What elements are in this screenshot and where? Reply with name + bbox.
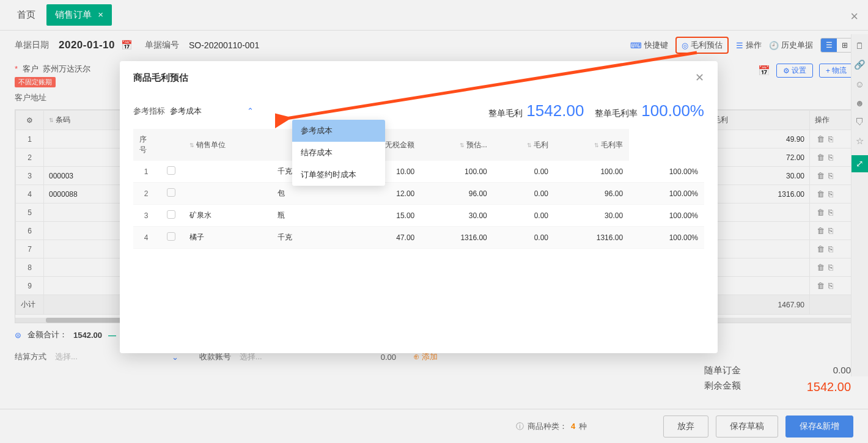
sort-icon: ⇅ (594, 142, 599, 148)
metric-label: 参考指标 (133, 106, 165, 117)
sort-icon: ⇅ (189, 142, 194, 148)
row-checkbox[interactable] (167, 188, 175, 197)
metric-option[interactable]: 结存成本 (292, 142, 385, 164)
modal-table: 序号 商品名称 ⇅销售单位 ⇅数量 ⇅无税金额 ⇅预估... ⇅毛利 ⇅毛利率 … (133, 129, 704, 249)
table-row[interactable]: 3矿泉水瓶15.0030.000.0030.00100.00% (133, 205, 704, 227)
row-checkbox[interactable] (167, 210, 175, 219)
total-rate-value: 100.00% (641, 101, 704, 120)
mcol-est[interactable]: ⇅预估... (421, 129, 493, 161)
row-checkbox[interactable] (167, 232, 175, 241)
table-row[interactable]: 4橘子千克47.001316.000.001316.00100.00% (133, 227, 704, 249)
mcol-no: 序号 (133, 129, 159, 161)
mcol-gross[interactable]: ⇅毛利 (493, 129, 554, 161)
table-row[interactable]: 1千克10.00100.000.00100.00100.00% (133, 161, 704, 183)
modal-title: 商品毛利预估 (133, 72, 188, 84)
gross-profit-modal: 商品毛利预估 ✕ 参考指标 参考成本 ⌃ 整单毛利1542.00 整单毛利率10… (120, 61, 718, 353)
total-gross-value: 1542.00 (526, 101, 584, 120)
mcol-rate[interactable]: ⇅毛利率 (554, 129, 629, 161)
mcol-unit[interactable]: ⇅销售单位 (183, 129, 271, 161)
row-checkbox[interactable] (167, 166, 175, 175)
metric-dropdown: 参考成本 结存成本 订单签约时成本 (292, 120, 385, 186)
total-gross-label: 整单毛利 (488, 108, 523, 118)
metric-option[interactable]: 参考成本 (292, 120, 385, 142)
sort-icon: ⇅ (460, 142, 465, 148)
close-icon[interactable]: ✕ (695, 71, 704, 84)
metric-select[interactable]: 参考成本 ⌃ (170, 106, 256, 117)
sort-icon: ⇅ (527, 142, 532, 148)
table-row[interactable]: 2包12.0096.000.0096.00100.00% (133, 183, 704, 205)
total-rate-label: 整单毛利率 (595, 108, 638, 118)
metric-option[interactable]: 订单签约时成本 (292, 164, 385, 186)
chevron-up-icon: ⌃ (247, 106, 254, 115)
